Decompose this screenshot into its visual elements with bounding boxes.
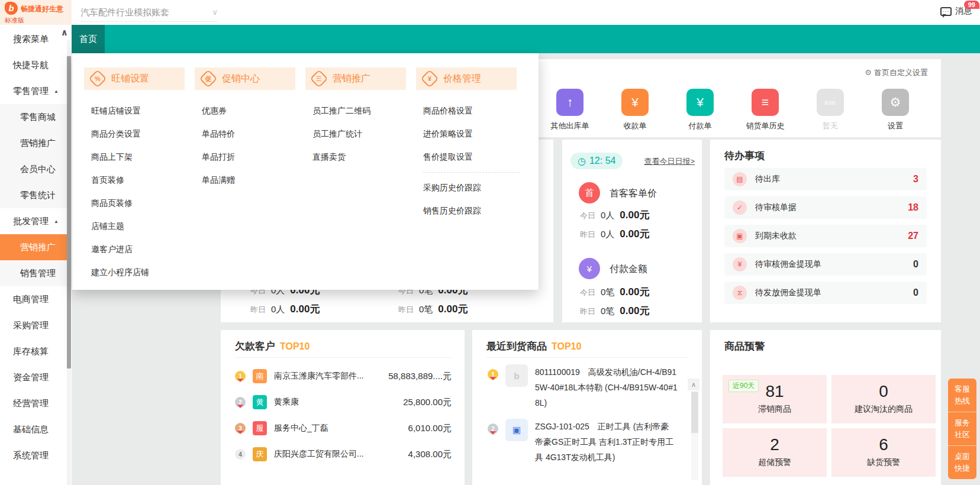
mega-menu-section: ☰ 营销推广 员工推广二维码员工推广统计直播卖货 — [305, 67, 416, 276]
quick-action-item[interactable]: ⚙ 设置 — [869, 89, 922, 131]
mega-menu-item[interactable]: 售价提取设置 — [416, 146, 527, 169]
arrival-row: 2 ▣ ZSGJ-101-025 正时工具 (吉利帝豪 帝豪GS正时工具 吉利1… — [488, 419, 679, 465]
section-title: 旺铺设置 — [111, 73, 149, 85]
debt-row: 3 服 服务中心_丁磊 6,010.00元 — [235, 415, 452, 441]
sidebar-item[interactable]: 电商管理▲ — [0, 286, 67, 312]
todo-item[interactable]: ⧖ 待发放佣金提现单 0 — [724, 282, 927, 304]
todo-item-label: 待出库 — [755, 174, 780, 185]
first-customer-icon: 首 — [579, 182, 600, 203]
alert-card[interactable]: 0 建议淘汰的商品 — [831, 375, 936, 423]
sidebar-item[interactable]: 库存核算▲ — [0, 338, 67, 364]
sidebar-scroll-up-icon[interactable]: ∧ — [61, 27, 68, 38]
mega-menu-item[interactable]: 进价策略设置 — [416, 122, 527, 146]
mega-menu-item[interactable]: 采购历史价跟踪 — [416, 176, 527, 199]
floating-button[interactable]: 桌面快捷 — [948, 446, 976, 479]
debt-title: 欠款客户TOP10 — [235, 340, 310, 353]
mega-menu-item[interactable]: 首页装修 — [84, 169, 195, 192]
section-diamond-icon: 促 — [199, 69, 217, 88]
floating-button[interactable]: 客服热线 — [948, 379, 976, 412]
mega-menu-section-header: 促 促销中心 — [195, 67, 295, 90]
sidebar-item[interactable]: 快捷导航▲ — [0, 52, 67, 78]
triangle-collapse-icon: ▲ — [54, 209, 59, 235]
debt-title-text: 欠款客户 — [235, 341, 275, 352]
rank-medal-icon: 4 — [235, 449, 246, 460]
customer-name: 庆阳兴彦工贸有限公司... — [274, 449, 364, 460]
quick-action-label: 设置 — [869, 121, 922, 131]
product-description: 8011100019 高级发动机油/CH-4/B915W-40#18L本特勒 (… — [535, 364, 679, 410]
todo-item[interactable]: ▣ 到期未收款 27 — [724, 225, 927, 247]
sidebar-scrollbar-thumb[interactable] — [67, 56, 71, 368]
sidebar-item[interactable]: 零售管理▲ — [0, 78, 67, 104]
mega-menu-item[interactable]: 优惠券 — [195, 99, 305, 122]
account-set-selector[interactable]: 汽车配件行业模拟账套 ∨ — [80, 2, 218, 22]
mega-menu-item[interactable]: 商品上下架 — [84, 146, 195, 169]
mega-menu-item[interactable]: 商品页装修 — [84, 192, 195, 215]
list-scrollbar-track[interactable] — [691, 392, 698, 480]
mega-menu-item[interactable]: 店铺主题 — [84, 215, 195, 238]
top10-badge: TOP10 — [552, 341, 581, 351]
sidebar-item[interactable]: 批发管理▲ — [0, 208, 67, 234]
list-scroll-up-icon[interactable]: ∧ — [688, 379, 699, 390]
sidebar-item[interactable]: 销售管理▲ — [0, 260, 67, 286]
sidebar-item[interactable]: 营销推广▲ — [0, 234, 67, 260]
quick-action-item[interactable]: icon 暂无 — [804, 89, 857, 131]
mega-menu-item[interactable]: 建立小程序店铺 — [84, 261, 195, 284]
daily-report-link[interactable]: 查看今日日报> — [644, 156, 695, 167]
quick-action-item[interactable]: ¥ 收款单 — [608, 89, 662, 131]
sidebar-item[interactable]: 采购管理▲ — [0, 312, 67, 338]
mega-menu-section: ¥ 价格管理 商品价格设置进价策略设置售价提取设置 采购历史价跟踪销售历史价跟踪 — [416, 67, 527, 276]
mega-menu-item[interactable]: 商品分类设置 — [84, 122, 195, 146]
mega-menu-item[interactable]: 销售历史价跟踪 — [416, 199, 527, 222]
brand-logo-icon: b — [5, 2, 18, 15]
quick-action-item[interactable]: ¥ 付款单 — [673, 89, 727, 131]
mega-menu-item[interactable]: 单品打折 — [195, 146, 305, 169]
sidebar-item[interactable]: 系统管理▲ — [0, 442, 67, 468]
rank-medal-icon: 2 — [488, 423, 498, 434]
mega-menu-item[interactable]: 员工推广二维码 — [305, 99, 416, 122]
alert-period-badge: 近90天 — [728, 380, 759, 392]
stat-amount: 0.00元 — [290, 302, 320, 316]
alerts-title: 商品预警 — [724, 340, 765, 353]
mega-menu-item[interactable]: 单品满赠 — [195, 169, 305, 192]
tab-home[interactable]: 首页 — [72, 25, 105, 53]
mega-menu-item[interactable]: 邀客户进店 — [84, 238, 195, 261]
mega-menu-item[interactable]: 单品特价 — [195, 122, 305, 146]
alert-card[interactable]: 6 缺货预警 — [831, 428, 936, 477]
todo-item-icon: ⧖ — [733, 286, 747, 300]
sidebar-item[interactable]: 零售统计▲ — [0, 182, 67, 208]
quick-action-icon: ⚙ — [882, 89, 909, 116]
sidebar-item[interactable]: 经营管理▲ — [0, 390, 67, 416]
sidebar-item[interactable]: 资金管理▲ — [0, 364, 67, 390]
rank-medal-icon: 1 — [235, 371, 246, 381]
sidebar-item[interactable]: 基础信息▲ — [0, 416, 67, 442]
alert-card[interactable]: 近90天 81 滞销商品 — [723, 375, 827, 423]
stat-row: 昨日 0人 0.00元 — [250, 302, 320, 316]
mega-menu-item[interactable]: 商品价格设置 — [416, 99, 527, 122]
sidebar-item[interactable]: 零售商城▲ — [0, 104, 67, 130]
stat-row: 今日 0笔 0.00元 — [580, 285, 649, 299]
list-scrollbar-thumb[interactable] — [691, 392, 698, 433]
sidebar-item-label: 系统管理 — [13, 450, 49, 460]
todo-item-icon: ✓ — [733, 201, 747, 215]
quick-action-item[interactable]: ≡ 销货单历史 — [739, 89, 792, 131]
quick-action-item[interactable]: ↑ 其他出库单 — [543, 89, 597, 131]
mega-menu-item[interactable]: 旺铺店铺设置 — [84, 99, 195, 122]
todo-item[interactable]: ✓ 待审核单据 18 — [724, 196, 927, 219]
todo-item-count: 3 — [913, 174, 918, 185]
gear-icon: ⚙ — [865, 68, 872, 77]
avatar: 南 — [253, 369, 267, 383]
sidebar-item[interactable]: 营销推广▲ — [0, 130, 67, 156]
messages-button[interactable]: ··· 消息 99 — [940, 6, 972, 17]
mega-menu-item[interactable]: 直播卖货 — [305, 146, 416, 169]
home-customize-label: 首页自定义设置 — [874, 68, 928, 77]
section-diamond-icon: % — [88, 69, 107, 88]
alert-card[interactable]: 2 超储预警 — [723, 428, 827, 477]
todo-item[interactable]: ¥ 待审核佣金提现单 0 — [724, 253, 927, 276]
mega-menu-item[interactable]: 员工推广统计 — [305, 122, 416, 146]
floating-button[interactable]: 服务社区 — [948, 412, 976, 446]
home-customize-link[interactable]: ⚙首页自定义设置 — [865, 67, 928, 78]
sidebar-item[interactable]: 会员中心▲ — [0, 156, 67, 182]
sidebar-item[interactable]: 搜索菜单▲ — [0, 26, 67, 52]
todo-item[interactable]: ▤ 待出库 3 — [724, 168, 927, 190]
quick-action-row: ↑ 其他出库单 ¥ 收款单 ¥ 付款单 ≡ — [543, 89, 922, 131]
